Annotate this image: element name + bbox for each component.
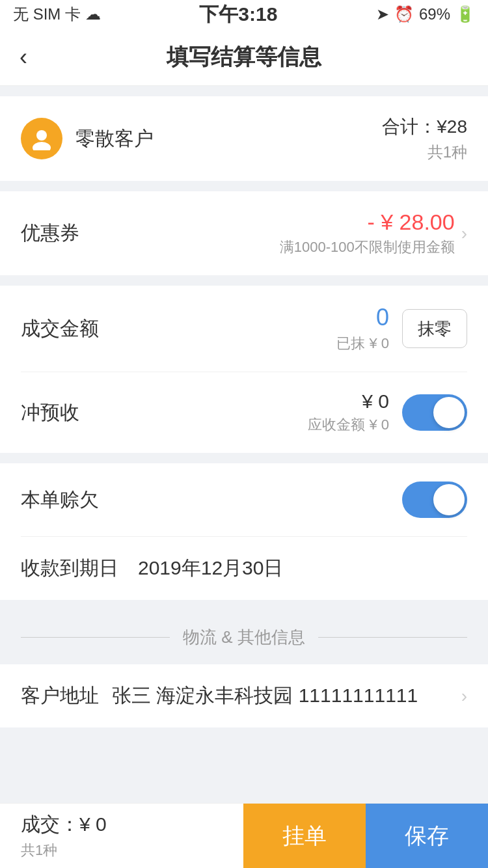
customer-section: 零散客户 合计：¥28 共1种 (0, 96, 488, 181)
battery-icon: 🔋 (455, 5, 475, 23)
status-time: 下午3:18 (199, 1, 277, 28)
status-right: ➤ ⏰ 69% 🔋 (376, 5, 475, 23)
back-button[interactable]: ‹ (20, 44, 27, 71)
debt-toggle-knob (433, 484, 465, 515)
prepayment-label: 冲预收 (21, 400, 79, 426)
hang-button[interactable]: 挂单 (243, 804, 366, 869)
address-chevron-icon: › (461, 686, 467, 707)
status-bar: 无 SIM 卡 ☁ 下午3:18 ➤ ⏰ 69% 🔋 (0, 0, 488, 29)
coupon-section[interactable]: 优惠券 - ¥ 28.00 满1000-100不限制使用金额 › (0, 191, 488, 275)
round-button[interactable]: 抹零 (402, 309, 467, 348)
amount-value: 0 (336, 304, 389, 331)
sim-text: 无 SIM 卡 ☁ (13, 4, 101, 25)
location-icon: ➤ (376, 5, 389, 23)
due-date-row: 收款到期日 2019年12月30日 (0, 537, 488, 600)
customer-row: 零散客户 合计：¥28 共1种 (0, 96, 488, 181)
user-icon (30, 127, 53, 150)
coupon-label: 优惠券 (21, 220, 79, 247)
logistics-header: 物流 & 其他信息 (0, 610, 488, 664)
debt-section: 本单赊欠 收款到期日 2019年12月30日 (0, 463, 488, 600)
svg-point-0 (36, 130, 47, 141)
chevron-right-icon: › (461, 223, 467, 244)
save-button[interactable]: 保存 (366, 804, 488, 869)
bottom-bar: 成交：¥ 0 共1种 挂单 保存 (0, 803, 488, 868)
logistics-line-left (21, 637, 170, 638)
bottom-deal: 成交：¥ 0 (21, 811, 223, 838)
address-row[interactable]: 客户地址 张三 海淀永丰科技园 11111111111 › (0, 664, 488, 727)
customer-name: 零散客户 (75, 126, 154, 152)
debt-toggle[interactable] (402, 481, 467, 518)
prepayment-toggle[interactable] (402, 394, 467, 431)
due-date-label: 收款到期日 (21, 555, 118, 582)
bottom-summary: 成交：¥ 0 共1种 (0, 811, 243, 860)
customer-count: 共1种 (382, 142, 467, 163)
status-left: 无 SIM 卡 ☁ (13, 4, 101, 25)
address-value: 张三 海淀永丰科技园 11111111111 (112, 683, 461, 709)
toggle-knob (433, 397, 465, 428)
amount-row: 成交金额 0 已抹 ¥ 0 抹零 (0, 286, 488, 372)
bottom-count: 共1种 (21, 841, 223, 860)
deal-label: 成交： (21, 813, 79, 835)
avatar (21, 118, 62, 159)
debt-row: 本单赊欠 (0, 463, 488, 536)
logistics-text: 物流 & 其他信息 (170, 626, 318, 649)
amount-label: 成交金额 (21, 316, 99, 342)
due-date-value: 2019年12月30日 (138, 555, 283, 582)
prepayment-row: 冲预收 ¥ 0 应收金额 ¥ 0 (0, 372, 488, 453)
amount-section: 成交金额 0 已抹 ¥ 0 抹零 冲预收 ¥ 0 应收金额 ¥ 0 (0, 286, 488, 453)
battery-text: 69% (419, 5, 450, 23)
nav-bar: ‹ 填写结算等信息 (0, 29, 488, 86)
address-label: 客户地址 (21, 683, 99, 709)
coupon-discount: - ¥ 28.00 (280, 210, 455, 235)
debt-label: 本单赊欠 (21, 487, 99, 513)
coupon-row[interactable]: 优惠券 - ¥ 28.00 满1000-100不限制使用金额 › (0, 191, 488, 275)
logistics-line-right (318, 637, 467, 638)
svg-point-1 (33, 142, 51, 150)
prepayment-sub: 应收金额 ¥ 0 (308, 415, 389, 435)
alarm-icon: ⏰ (394, 5, 414, 23)
page-title: 填写结算等信息 (167, 42, 321, 72)
coupon-description: 满1000-100不限制使用金额 (280, 237, 455, 257)
amount-sub: 已抹 ¥ 0 (336, 334, 389, 353)
address-section[interactable]: 客户地址 张三 海淀永丰科技园 11111111111 › (0, 664, 488, 727)
customer-total: 合计：¥28 (382, 115, 467, 139)
deal-value: ¥ 0 (79, 813, 107, 835)
prepayment-amount: ¥ 0 (308, 390, 389, 413)
